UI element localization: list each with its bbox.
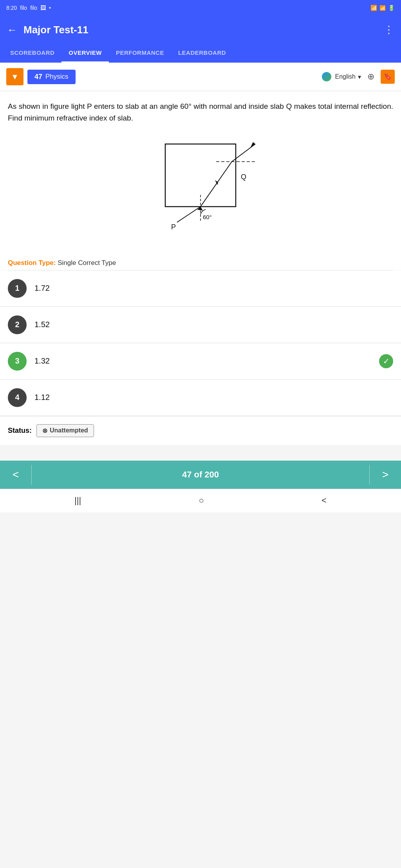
question-text: As shown in figure light P enters to sla… <box>8 101 393 124</box>
next-button[interactable]: > <box>370 461 401 489</box>
subject-name: Physics <box>45 73 69 81</box>
globe-icon <box>322 72 331 81</box>
bookmark-button[interactable]: 🔖 <box>381 70 395 84</box>
bookmark-icon: 🔖 <box>383 72 392 81</box>
menu-button[interactable]: ⋮ <box>384 24 394 36</box>
option-row-1[interactable]: 1 1.72 <box>0 270 401 307</box>
status-dot: • <box>49 5 51 11</box>
filter-left: ▼ 47 Physics <box>6 68 76 85</box>
zoom-button[interactable]: ⊕ <box>367 72 374 82</box>
filter-bar: ▼ 47 Physics English ▾ ⊕ 🔖 <box>0 63 401 91</box>
language-label: English <box>335 73 356 80</box>
status-bar-left: 8:20 filo filo 🖼 • <box>6 5 51 11</box>
tab-bar: SCOREBOARD OVERVIEW PERFORMANCE LEADERBO… <box>0 44 401 63</box>
question-area: As shown in figure light P enters to sla… <box>0 91 401 253</box>
question-number: 47 <box>34 73 42 81</box>
option-text-1: 1.72 <box>34 284 393 293</box>
status-app2: filo <box>30 5 37 11</box>
status-time: 8:20 <box>6 5 17 11</box>
option-number-3: 3 <box>15 357 19 366</box>
wifi-icon <box>370 5 377 11</box>
lang-dropdown-icon: ▾ <box>358 73 361 81</box>
status-badge-icon: ⊗ <box>42 427 47 434</box>
system-back-button[interactable]: < <box>322 495 327 506</box>
system-home-button[interactable]: ○ <box>199 495 204 506</box>
prev-button[interactable]: < <box>0 461 31 489</box>
svg-text:60°: 60° <box>203 214 212 220</box>
diagram-container: P Q 60° <box>8 132 393 234</box>
page-title: Major Test-11 <box>23 24 89 36</box>
system-menu-button[interactable]: ||| <box>74 495 81 506</box>
correct-check-icon: ✓ <box>379 354 393 368</box>
question-type-value: Single Correct Type <box>58 259 116 267</box>
filter-right: English ▾ ⊕ 🔖 <box>322 70 395 84</box>
status-badge-text: Unattempted <box>50 427 88 434</box>
option-row-3[interactable]: 3 1.32 ✓ <box>0 343 401 380</box>
status-badge: ⊗ Unattempted <box>36 424 94 437</box>
status-app1: filo <box>20 5 27 11</box>
svg-text:P: P <box>171 223 176 231</box>
language-button[interactable]: English ▾ <box>322 72 361 81</box>
back-button[interactable]: ← <box>7 24 17 36</box>
bottom-nav: < 47 of 200 > <box>0 461 401 489</box>
option-text-4: 1.12 <box>34 393 393 402</box>
option-circle-2: 2 <box>8 315 27 334</box>
svg-text:Q: Q <box>241 173 246 181</box>
signal-icon: 📶 <box>379 5 386 11</box>
spacer <box>0 445 401 461</box>
subject-badge[interactable]: 47 Physics <box>27 70 76 84</box>
status-label: Status: <box>8 427 32 435</box>
svg-line-2 <box>177 207 200 222</box>
system-nav: ||| ○ < <box>0 489 401 512</box>
question-type-row: Question Type: Single Correct Type <box>0 253 401 270</box>
tab-performance[interactable]: PERFORMANCE <box>109 44 171 63</box>
option-circle-3: 3 <box>8 352 27 371</box>
option-row-2[interactable]: 2 1.52 <box>0 307 401 343</box>
option-number-1: 1 <box>15 284 19 293</box>
tab-overview[interactable]: OVERVIEW <box>61 44 109 63</box>
filter-button[interactable]: ▼ <box>6 68 23 85</box>
option-row-4[interactable]: 4 1.12 <box>0 380 401 416</box>
option-text-3: 1.32 <box>34 357 371 366</box>
tab-leaderboard[interactable]: LEADERBOARD <box>171 44 233 63</box>
status-bar: 8:20 filo filo 🖼 • 📶 <box>0 0 401 16</box>
status-photo-icon: 🖼 <box>40 5 46 11</box>
option-circle-4: 4 <box>8 388 27 407</box>
question-counter: 47 of 200 <box>32 470 369 480</box>
option-number-2: 2 <box>15 320 19 329</box>
option-circle-1: 1 <box>8 279 27 298</box>
tab-scoreboard[interactable]: SCOREBOARD <box>3 44 61 63</box>
status-row: Status: ⊗ Unattempted <box>0 416 401 445</box>
option-number-4: 4 <box>15 393 19 402</box>
header-left: ← Major Test-11 <box>7 24 89 36</box>
question-type-label: Question Type: <box>8 259 56 267</box>
header: ← Major Test-11 ⋮ <box>0 16 401 44</box>
option-text-2: 1.52 <box>34 320 393 329</box>
options-container: 1 1.72 2 1.52 3 1.32 ✓ 4 1.12 <box>0 270 401 416</box>
battery-icon <box>388 5 395 11</box>
status-bar-right: 📶 <box>370 5 395 11</box>
diagram-svg: P Q 60° <box>142 132 259 234</box>
